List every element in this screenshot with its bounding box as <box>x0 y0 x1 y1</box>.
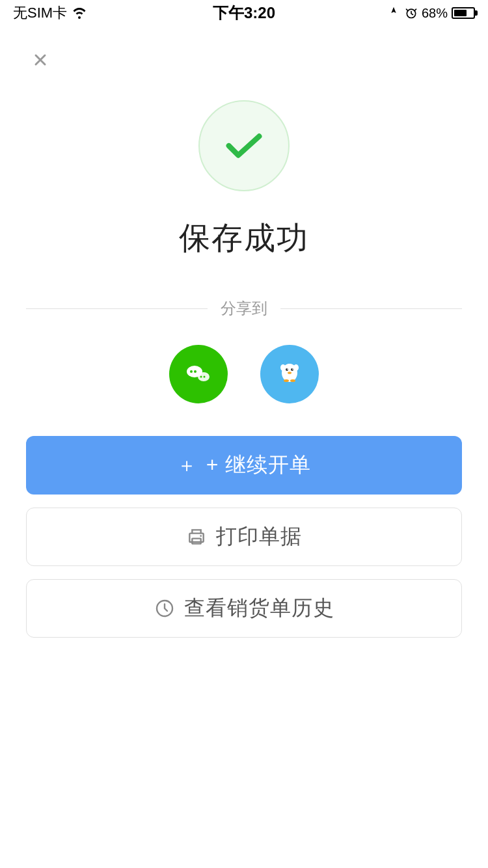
status-left: 无SIM卡 <box>13 3 87 23</box>
share-label: 分享到 <box>221 298 267 319</box>
wechat-icon <box>182 357 215 391</box>
history-button[interactable]: 查看销货单历史 <box>26 579 462 638</box>
close-icon <box>31 51 49 69</box>
history-icon <box>154 598 175 619</box>
history-label: 查看销货单历史 <box>184 594 334 623</box>
svg-rect-19 <box>192 539 200 544</box>
success-circle <box>198 100 290 191</box>
main-content: 保存成功 分享到 <box>0 26 488 868</box>
svg-point-17 <box>290 379 295 382</box>
svg-point-20 <box>200 535 202 537</box>
status-bar: 无SIM卡 下午3:20 68% <box>0 0 488 26</box>
divider-left <box>26 308 208 309</box>
action-buttons: ＋ + 继续开单 打印单据 查看销货单历史 <box>26 436 462 638</box>
continue-label: + 继续开单 <box>206 451 312 480</box>
alarm-icon <box>405 7 418 20</box>
svg-point-11 <box>287 369 288 370</box>
location-icon <box>386 6 401 20</box>
svg-point-15 <box>293 364 299 371</box>
svg-point-3 <box>194 370 197 373</box>
share-divider: 分享到 <box>26 298 462 319</box>
svg-point-5 <box>200 376 202 378</box>
qq-icon <box>273 357 306 391</box>
plus-icon: ＋ <box>177 452 197 479</box>
svg-point-12 <box>292 369 293 370</box>
print-icon <box>186 526 207 547</box>
status-time: 下午3:20 <box>213 3 275 23</box>
share-icons <box>26 345 462 403</box>
svg-point-9 <box>286 368 288 371</box>
battery-percent: 68% <box>422 6 448 21</box>
close-button[interactable] <box>26 46 55 74</box>
qq-share-button[interactable] <box>260 345 319 403</box>
checkmark-icon <box>221 123 267 169</box>
battery-icon <box>452 7 475 19</box>
wifi-icon <box>72 7 87 19</box>
continue-button[interactable]: ＋ + 继续开单 <box>26 436 462 495</box>
print-button[interactable]: 打印单据 <box>26 508 462 566</box>
no-sim-label: 无SIM卡 <box>13 3 67 23</box>
print-label: 打印单据 <box>216 522 302 551</box>
svg-point-16 <box>284 379 289 382</box>
svg-point-13 <box>288 372 291 374</box>
share-section: 分享到 <box>26 298 462 403</box>
status-right: 68% <box>386 6 475 21</box>
svg-point-2 <box>190 370 193 373</box>
wechat-share-button[interactable] <box>169 345 228 403</box>
svg-point-6 <box>204 376 206 378</box>
svg-point-14 <box>280 364 286 371</box>
svg-point-10 <box>291 368 293 371</box>
divider-right <box>280 308 462 309</box>
success-title: 保存成功 <box>179 217 309 259</box>
